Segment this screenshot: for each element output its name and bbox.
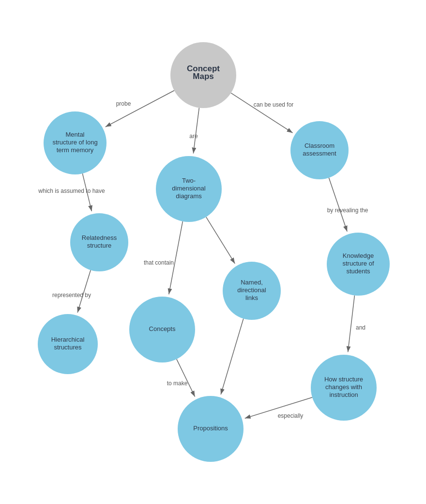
edge-label-knowledge-how_structure: and: [356, 324, 365, 331]
concept-map-diagram: probearecan be used forwhich is assumed …: [0, 0, 426, 504]
node-label-mental-line0: Mental: [65, 131, 84, 138]
node-label-two_dim-line1: dimensional: [172, 185, 205, 192]
node-label-named_links-line1: directional: [237, 286, 266, 294]
edge-root-classroom: [231, 93, 292, 133]
edge-label-mental-relatedness: which is assumed to have: [38, 188, 105, 194]
edge-label-root-classroom: can be used for: [254, 101, 294, 108]
edge-label-root-mental: probe: [116, 100, 131, 107]
node-label-relatedness-line0: Relatedness: [82, 234, 117, 241]
edge-classroom-knowledge: [329, 178, 347, 232]
node-concepts: Concepts: [129, 297, 195, 362]
edge-concepts-propositions: [177, 359, 195, 396]
node-label-named_links-line2: links: [245, 294, 259, 301]
node-label-how_structure-line1: changes with: [325, 383, 362, 391]
node-label-mental-line1: structure of long: [52, 139, 97, 146]
node-label-knowledge-line1: structure of: [342, 260, 374, 267]
edge-named_links-propositions: [221, 318, 243, 394]
node-label-how_structure-line2: instruction: [329, 391, 358, 398]
node-label-classroom-line0: Classroom: [304, 142, 335, 149]
node-label-knowledge-line2: students: [346, 268, 370, 275]
node-classroom: Classroomassessment: [290, 121, 349, 179]
node-label-knowledge-line0: Knowledge: [343, 252, 374, 259]
edge-knowledge-how_structure: [348, 296, 355, 352]
edge-label-concepts-propositions: to make: [167, 380, 188, 387]
node-hierarchical: Hierarchicalstructures: [38, 314, 98, 374]
node-label-two_dim-line2: diagrams: [176, 192, 202, 200]
edge-label-how_structure-propositions: especially: [278, 412, 304, 419]
node-label-propositions-line0: Propositions: [193, 425, 228, 432]
node-two_dim: Two-dimensionaldiagrams: [156, 156, 222, 222]
node-knowledge: Knowledgestructure ofstudents: [327, 233, 390, 296]
node-label-root-line1: Maps: [193, 72, 213, 81]
edge-root-mental: [106, 91, 174, 127]
node-label-relatedness-line1: structure: [87, 242, 112, 249]
node-label-hierarchical-line0: Hierarchical: [51, 336, 85, 343]
node-propositions: Propositions: [178, 396, 243, 462]
edge-label-classroom-knowledge: by revealing the: [327, 207, 368, 214]
node-label-how_structure-line0: How structure: [324, 376, 363, 383]
edge-label-root-two_dim: are: [189, 133, 198, 140]
node-mental: Mentalstructure of longterm memory: [44, 111, 106, 174]
edge-two_dim-named_links: [206, 217, 235, 264]
node-root: ConceptMaps: [170, 42, 236, 108]
node-label-named_links-line0: Named,: [241, 279, 263, 286]
node-label-two_dim-line0: Two-: [182, 177, 196, 184]
node-relatedness: Relatednessstructure: [70, 213, 128, 271]
edge-two_dim-concepts: [169, 221, 183, 294]
node-label-concepts-line0: Concepts: [149, 325, 176, 332]
edge-label-relatedness-hierarchical: represented by: [52, 292, 91, 299]
node-label-classroom-line1: assessment: [303, 150, 336, 157]
edge-label-two_dim-concepts: that contain: [144, 259, 174, 266]
edge-root-two_dim: [193, 108, 199, 153]
node-how_structure: How structurechanges withinstruction: [311, 355, 377, 421]
node-label-hierarchical-line1: structures: [54, 344, 82, 351]
node-label-mental-line2: term memory: [57, 146, 94, 154]
node-named_links: Named,directionallinks: [223, 262, 281, 320]
